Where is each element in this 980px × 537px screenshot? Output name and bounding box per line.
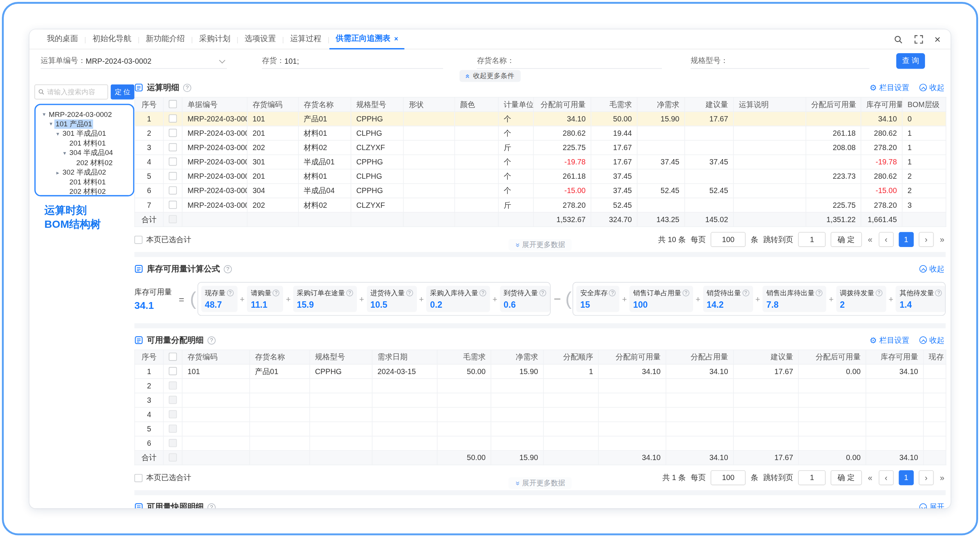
tree-node[interactable]: 201 材料01 — [38, 177, 130, 187]
expand-more-data-button[interactable]: « 展开更多数据 — [509, 239, 571, 251]
per-page-input[interactable]: 100 — [711, 470, 746, 485]
tab-6[interactable]: 运算过程 — [284, 29, 328, 49]
info-icon[interactable]: ? — [208, 503, 216, 508]
tab-4[interactable]: 采购计划 — [193, 29, 237, 49]
page-selected-sum-checkbox[interactable] — [135, 235, 143, 244]
table-cell: 0 — [902, 112, 946, 126]
caret-down-icon[interactable]: ▾ — [61, 150, 68, 156]
row-checkbox[interactable] — [169, 396, 177, 404]
caret-down-icon[interactable]: ▾ — [54, 131, 61, 137]
tree-node[interactable]: ▾301 半成品01 — [38, 129, 130, 139]
tab-5[interactable]: 选项设置 — [238, 29, 282, 49]
row-checkbox[interactable] — [169, 201, 177, 209]
info-icon[interactable]: ? — [273, 290, 280, 296]
fullscreen-icon[interactable] — [915, 35, 923, 44]
calc-no-dropdown[interactable]: 运算单编号： MRP-2024-03-0002 — [41, 54, 227, 69]
row-checkbox[interactable] — [169, 114, 177, 123]
info-icon[interactable]: ? — [208, 336, 216, 344]
info-icon[interactable]: ? — [227, 290, 234, 296]
tree-node[interactable]: ▾101 产品01 — [38, 119, 130, 129]
row-checkbox[interactable] — [169, 425, 177, 433]
stock-input[interactable]: 存货： 101; — [262, 54, 443, 69]
confirm-button[interactable]: 确 定 — [831, 470, 862, 485]
close-icon[interactable]: × — [934, 34, 940, 45]
jump-page-input[interactable]: 1 — [798, 470, 826, 485]
row-checkbox[interactable] — [169, 439, 177, 447]
search-icon[interactable] — [894, 35, 903, 44]
info-icon[interactable]: ? — [406, 290, 413, 296]
last-page-button[interactable]: » — [939, 473, 946, 482]
stock-name-input[interactable]: 存货名称： — [477, 54, 662, 69]
row-checkbox[interactable] — [169, 186, 177, 194]
first-page-button[interactable]: « — [867, 235, 874, 244]
confirm-button[interactable]: 确 定 — [831, 232, 862, 247]
row-checkbox[interactable] — [169, 453, 177, 462]
collapse-section-button[interactable]: 收起 — [919, 82, 944, 93]
caret-right-icon[interactable]: ▸ — [54, 169, 61, 176]
table-cell — [806, 184, 861, 198]
info-icon[interactable]: ? — [183, 83, 191, 92]
caret-down-icon[interactable]: ▾ — [41, 111, 48, 118]
tab-1[interactable]: 我的桌面 — [41, 29, 84, 49]
info-icon[interactable]: ? — [347, 290, 353, 296]
info-icon[interactable]: ? — [682, 290, 689, 296]
row-checkbox[interactable] — [169, 129, 177, 137]
formula-item-value: 10.5 — [371, 300, 413, 310]
tree-node[interactable]: ▸302 半成品02 — [38, 167, 130, 177]
info-icon[interactable]: ? — [935, 290, 942, 296]
prev-page-button[interactable]: ‹ — [878, 232, 894, 247]
page-selected-sum[interactable]: 本页已选合计 — [135, 473, 191, 483]
table-cell — [491, 407, 543, 422]
current-page-button[interactable]: 1 — [899, 470, 914, 485]
row-checkbox[interactable] — [169, 215, 177, 223]
collapse-more-conditions-button[interactable]: « 收起更多条件 — [460, 70, 520, 82]
total-count: 共 10 条 — [658, 234, 686, 245]
next-page-button[interactable]: › — [919, 232, 934, 247]
tree-node[interactable]: ▾MRP-2024-03-0002 — [38, 109, 130, 119]
info-icon[interactable]: ? — [224, 265, 232, 273]
page-selected-sum-checkbox[interactable] — [135, 474, 143, 482]
next-page-button[interactable]: › — [919, 470, 934, 485]
caret-down-icon[interactable]: ▾ — [48, 121, 54, 127]
tree-node[interactable]: 202 材料02 — [38, 158, 130, 168]
info-icon[interactable]: ? — [876, 290, 882, 296]
row-checkbox[interactable] — [169, 172, 177, 180]
info-icon[interactable]: ? — [816, 290, 822, 296]
tab-7[interactable]: 供需正向追溯表× — [329, 29, 404, 49]
row-checkbox[interactable] — [169, 158, 177, 166]
row-checkbox[interactable] — [169, 367, 177, 375]
expand-more-data-button[interactable]: « 展开更多数据 — [509, 477, 571, 489]
tree-search-input[interactable] — [34, 84, 108, 100]
spec-input[interactable]: 规格型号： — [690, 54, 869, 69]
page-selected-sum[interactable]: 本页已选合计 — [135, 234, 191, 245]
info-icon[interactable]: ? — [479, 290, 486, 296]
expand-section-button[interactable]: 展开 — [919, 502, 944, 508]
tree-node[interactable]: 202 材料02 — [38, 187, 130, 196]
row-checkbox[interactable] — [169, 352, 177, 361]
per-page-input[interactable]: 100 — [711, 232, 746, 247]
column-settings-button[interactable]: ⚙ 栏目设置 — [870, 82, 910, 93]
collapse-section-button[interactable]: 收起 — [919, 264, 944, 274]
info-icon[interactable]: ? — [539, 290, 546, 296]
locate-button[interactable]: 定 位 — [110, 84, 134, 100]
prev-page-button[interactable]: ‹ — [878, 470, 894, 485]
close-tab-icon[interactable]: × — [394, 35, 398, 42]
info-icon[interactable]: ? — [742, 290, 749, 296]
last-page-button[interactable]: » — [939, 235, 946, 244]
tree-node[interactable]: ▾304 半成品04 — [38, 148, 130, 158]
row-checkbox[interactable] — [169, 381, 177, 390]
first-page-button[interactable]: « — [867, 473, 874, 482]
info-icon[interactable]: ? — [609, 290, 616, 296]
tree-node[interactable]: 201 材料01 — [38, 139, 130, 148]
query-button[interactable]: 查 询 — [896, 53, 925, 69]
row-checkbox[interactable] — [169, 100, 177, 108]
jump-page-input[interactable]: 1 — [798, 232, 826, 247]
column-settings-button[interactable]: ⚙ 栏目设置 — [870, 335, 910, 346]
collapse-section-button[interactable]: 收起 — [919, 335, 944, 346]
tab-2[interactable]: 初始化导航 — [86, 29, 138, 49]
row-checkbox[interactable] — [169, 143, 177, 151]
tab-3[interactable]: 新功能介绍 — [140, 29, 191, 49]
tree-search-field[interactable] — [47, 88, 104, 96]
row-checkbox[interactable] — [169, 410, 177, 419]
current-page-button[interactable]: 1 — [899, 232, 914, 247]
